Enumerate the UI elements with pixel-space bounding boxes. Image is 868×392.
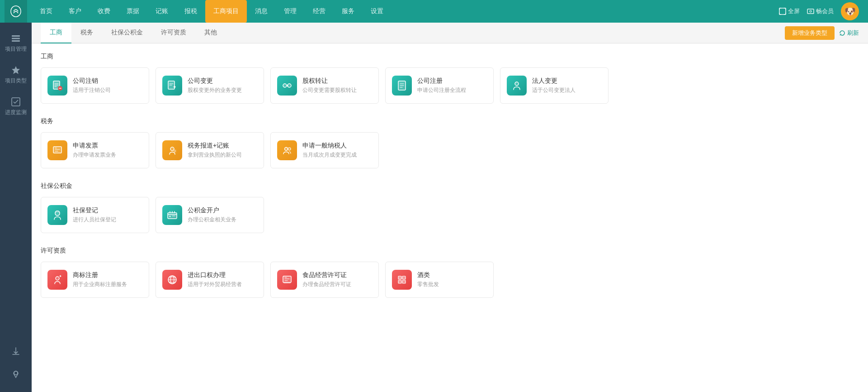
svg-rect-5	[12, 40, 20, 42]
nav-business[interactable]: 工商项目	[205, 0, 247, 23]
card-text-trademark: 商标注册 用于企业商标注册服务	[73, 271, 127, 288]
card-apply-invoice[interactable]: 申请发票 办理申请发票业务	[41, 132, 149, 168]
license-cards-grid: 商标注册 用于企业商标注册服务 进出口权办理	[41, 262, 859, 298]
mascot-avatar: 🐶	[841, 2, 859, 20]
nav-message[interactable]: 消息	[247, 0, 276, 23]
card-text-fund-open: 公积金开户 办理公积金相关业务	[188, 206, 236, 224]
card-desc-equity-transfer: 公司变更需要股权转让	[302, 86, 357, 94]
card-desc-trademark: 用于企业商标注册服务	[73, 281, 127, 288]
card-desc-fund-open: 办理公积金相关业务	[188, 216, 236, 224]
svg-point-18	[170, 147, 174, 151]
sidebar-item-project-manage[interactable]: 项目管理	[0, 27, 32, 59]
card-icon-fund-open	[162, 205, 182, 225]
card-icon-liquor	[392, 270, 412, 290]
top-nav-right: 全屏 畅会员 🐶	[779, 2, 863, 20]
card-trademark[interactable]: 商标注册 用于企业商标注册服务	[41, 262, 149, 298]
nav-tax[interactable]: 报税	[176, 0, 205, 23]
nav-fee[interactable]: 收费	[90, 0, 118, 23]
card-title-legal-change: 法人变更	[532, 77, 576, 85]
card-text-import-export: 进出口权办理 适用于对外贸易经营者	[188, 271, 242, 288]
svg-rect-30	[402, 280, 406, 283]
svg-rect-4	[12, 38, 20, 39]
card-general-taxpayer[interactable]: 申请一般纳税人 当月或次月成变更完成	[270, 132, 379, 168]
tab-other[interactable]: 其他	[195, 23, 226, 43]
section-title-business: 工商	[41, 53, 859, 61]
card-desc-social-register: 进行人员社保登记	[73, 216, 116, 224]
section-title-tax: 税务	[41, 117, 859, 125]
sidebar-item-project-type[interactable]: 项目类型	[0, 59, 32, 91]
nav-home[interactable]: 首页	[32, 0, 61, 23]
logo	[5, 0, 27, 23]
card-icon-tax-report	[162, 140, 182, 160]
vip-button[interactable]: 畅会员	[807, 7, 834, 15]
nav-operation[interactable]: 经营	[305, 0, 334, 23]
card-desc-food-license: 办理食品经营许可证	[302, 281, 351, 288]
nav-items: 首页 客户 收费 票据 记账 报税 工商项目 消息 管理 经营 服务 设置	[27, 0, 779, 23]
tab-social-insurance[interactable]: 社保公积金	[102, 23, 152, 43]
card-text-social-register: 社保登记 进行人员社保登记	[73, 206, 116, 224]
card-desc-company-cancel: 适用于注销公司	[73, 86, 111, 94]
card-desc-general-taxpayer: 当月或次月成变更完成	[302, 151, 357, 159]
card-text-general-taxpayer: 申请一般纳税人 当月或次月成变更完成	[302, 142, 357, 159]
nav-settings[interactable]: 设置	[363, 0, 392, 23]
svg-point-22	[170, 216, 171, 217]
sidebar-label-project-manage: 项目管理	[5, 45, 27, 53]
nav-manage[interactable]: 管理	[276, 0, 305, 23]
card-legal-change[interactable]: 法人变更 适于公司变更法人	[500, 67, 609, 104]
sidebar-label-progress: 进度监测	[5, 109, 27, 116]
top-nav: 首页 客户 收费 票据 记账 报税 工商项目 消息 管理 经营 服务 设置 全屏	[0, 0, 868, 23]
svg-point-2	[810, 10, 811, 12]
card-social-register[interactable]: 社保登记 进行人员社保登记	[41, 197, 149, 233]
nav-service[interactable]: 服务	[334, 0, 363, 23]
tab-tax[interactable]: 税务	[71, 23, 102, 43]
card-icon-equity-transfer	[277, 76, 297, 96]
section-title-license: 许可资质	[41, 247, 859, 255]
svg-point-19	[285, 148, 288, 151]
svg-point-23	[56, 277, 59, 280]
card-title-equity-transfer: 股权转让	[302, 77, 357, 85]
card-tax-report[interactable]: 税务报道+记账 拿到营业执照的新公司	[156, 132, 264, 168]
card-company-cancel[interactable]: 公司注销 适用于注销公司	[41, 67, 149, 104]
card-text-equity-transfer: 股权转让 公司变更需要股权转让	[302, 77, 357, 94]
card-title-fund-open: 公积金开户	[188, 206, 236, 215]
svg-point-16	[515, 82, 519, 86]
card-company-change[interactable]: 公司变更 股权变更外的业务变更	[156, 67, 264, 104]
card-title-apply-invoice: 申请发票	[73, 142, 116, 150]
svg-point-13	[283, 84, 287, 87]
svg-rect-0	[779, 8, 786, 14]
card-icon-apply-invoice	[47, 140, 67, 160]
tab-license[interactable]: 许可资质	[152, 23, 195, 43]
card-title-social-register: 社保登记	[73, 206, 116, 215]
card-desc-legal-change: 适于公司变更法人	[532, 86, 576, 94]
card-import-export[interactable]: 进出口权办理 适用于对外贸易经营者	[156, 262, 264, 298]
card-text-tax-report: 税务报道+记账 拿到营业执照的新公司	[188, 142, 242, 159]
card-equity-transfer[interactable]: 股权转让 公司变更需要股权转让	[270, 67, 379, 104]
nav-accounting[interactable]: 记账	[147, 0, 176, 23]
card-title-company-register: 公司注册	[417, 77, 466, 85]
sidebar-item-progress[interactable]: 进度监测	[0, 91, 32, 122]
nav-bill[interactable]: 票据	[118, 0, 147, 23]
card-text-company-cancel: 公司注销 适用于注销公司	[73, 77, 111, 94]
svg-rect-27	[398, 276, 401, 279]
tab-business[interactable]: 工商	[41, 23, 71, 43]
card-title-import-export: 进出口权办理	[188, 271, 242, 279]
svg-point-20	[288, 148, 291, 150]
card-icon-legal-change	[507, 76, 527, 96]
card-fund-open[interactable]: 公积金开户 办理公积金相关业务	[156, 197, 264, 233]
location-icon-btn[interactable]	[7, 365, 25, 383]
card-icon-company-register	[392, 76, 412, 96]
card-company-register[interactable]: 公司注册 申请公司注册全流程	[385, 67, 494, 104]
card-text-legal-change: 法人变更 适于公司变更法人	[532, 77, 576, 94]
card-desc-import-export: 适用于对外贸易经营者	[188, 281, 242, 288]
svg-rect-26	[283, 276, 291, 282]
card-desc-apply-invoice: 办理申请发票业务	[73, 151, 116, 159]
card-liquor[interactable]: 酒类 零售批发	[385, 262, 494, 298]
nav-customer[interactable]: 客户	[61, 0, 90, 23]
refresh-button[interactable]: 刷新	[839, 29, 859, 37]
svg-rect-28	[402, 276, 406, 279]
card-food-license[interactable]: 食品经营许可证 办理食品经营许可证	[270, 262, 379, 298]
download-icon-btn[interactable]	[7, 342, 25, 360]
new-type-button[interactable]: 新增业务类型	[785, 26, 835, 40]
fullscreen-label: 全屏	[788, 7, 800, 15]
fullscreen-button[interactable]: 全屏	[779, 7, 800, 15]
